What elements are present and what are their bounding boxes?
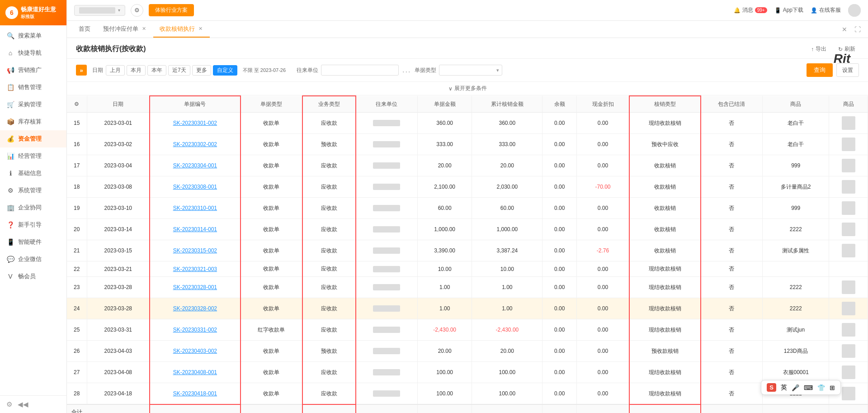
bill-no-link[interactable]: SK-20230328-002: [173, 305, 217, 312]
sidebar-item-business-mgmt[interactable]: 📊 经营管理: [0, 147, 66, 165]
partner-blurred: [373, 120, 400, 126]
footer-biz-type: [302, 404, 355, 413]
app-download-button[interactable]: 📱 App下载: [774, 6, 803, 14]
bill-no-link[interactable]: SK-20230314-001: [173, 226, 217, 233]
bill-no-link[interactable]: SK-20230315-002: [173, 247, 217, 254]
sidebar-item-label: 销售管理: [18, 83, 42, 91]
this-month-btn[interactable]: 本月: [127, 65, 146, 76]
sidebar-item-basic-info[interactable]: ℹ 基础信息: [0, 165, 66, 182]
custom-date-btn[interactable]: 自定义: [213, 65, 237, 76]
tab-collection-close-icon[interactable]: ✕: [198, 25, 203, 32]
tab-close-all-icon[interactable]: ✕: [840, 25, 849, 34]
cell-accum-verify: 1,000.00: [472, 219, 542, 240]
cell-balance: 0.00: [542, 176, 577, 198]
online-service-button[interactable]: 👤 在线客服: [811, 6, 841, 14]
cell-partner: [356, 261, 418, 277]
industry-solution-button[interactable]: 体验行业方案: [149, 4, 194, 16]
sidebar-item-sys-mgmt[interactable]: ⚙ 系统管理: [0, 182, 66, 199]
settings-icon[interactable]: ⚙: [6, 400, 12, 408]
logo-sub: 标推版: [21, 14, 56, 20]
filter-more-dots[interactable]: ...: [402, 66, 411, 74]
sidebar-item-purchase-mgmt[interactable]: 🛒 采购管理: [0, 96, 66, 113]
cell-goods2: [829, 240, 868, 261]
cell-biz-type: 应收款: [302, 113, 355, 134]
sidebar-item-quick-nav[interactable]: ⌂ 快捷导航: [0, 44, 66, 62]
last-7days-btn[interactable]: 近7天: [168, 65, 190, 76]
this-year-btn[interactable]: 本年: [147, 65, 166, 76]
cell-cash-discount: 0.00: [576, 277, 629, 298]
ime-shirt-icon[interactable]: 👕: [817, 384, 825, 391]
bill-no-link[interactable]: SK-20230304-001: [173, 162, 217, 169]
cell-cash-discount: 0.00: [576, 298, 629, 319]
ime-apps-icon[interactable]: ⊞: [830, 384, 835, 391]
sidebar-item-inventory[interactable]: 📦 库存核算: [0, 113, 66, 130]
sidebar: 6 畅康道好生意 标推版 🔍 搜索菜单 ⌂ 快捷导航 📢 营销推广 📋 销售管理…: [0, 0, 67, 413]
sidebar-item-search-menu[interactable]: 🔍 搜索菜单: [0, 27, 66, 44]
cell-bill-type: 收款单: [241, 198, 303, 219]
bill-no-link[interactable]: SK-20230331-002: [173, 327, 217, 333]
workspace-selector[interactable]: ▾: [74, 5, 125, 16]
tab-prepay-close-icon[interactable]: ✕: [141, 25, 147, 32]
cell-seq: 17: [67, 155, 87, 176]
collapse-icon[interactable]: ◀◀: [18, 400, 28, 408]
tab-prepay-bill[interactable]: 预付冲应付单 ✕: [97, 21, 153, 38]
phone-icon: 📱: [774, 7, 781, 14]
footer-bill-type: [241, 404, 303, 413]
footer-bill-no: [150, 404, 240, 413]
tab-collection-verify[interactable]: 收款核销执行 ✕: [153, 21, 210, 38]
cell-bill-type: 收款单: [241, 134, 303, 155]
ime-english-label[interactable]: 英: [781, 384, 787, 392]
bill-no-link[interactable]: SK-20230321-003: [173, 266, 217, 272]
bill-no-link[interactable]: SK-20230308-001: [173, 184, 217, 190]
expand-more-conditions[interactable]: ∨ 展开更多条件: [67, 82, 868, 95]
online-service-label: 在线客服: [819, 6, 841, 14]
bill-no-link[interactable]: SK-20230302-002: [173, 141, 217, 147]
sidebar-item-sales-mgmt[interactable]: 📋 销售管理: [0, 79, 66, 96]
cell-accum-verify: -2,430.00: [472, 319, 542, 341]
user-avatar[interactable]: [848, 4, 861, 17]
ime-keyboard-icon[interactable]: ⌨: [804, 384, 813, 391]
bill-no-link[interactable]: SK-20230418-001: [173, 390, 217, 397]
bill-no-link[interactable]: SK-20230328-001: [173, 284, 217, 290]
more-date-btn[interactable]: 更多: [192, 65, 211, 76]
col-settings-icon[interactable]: ⚙: [67, 96, 87, 113]
sidebar-item-corp-collab[interactable]: 🏢 企业协同: [0, 199, 66, 216]
cell-bill-amount: 20.00: [417, 341, 472, 362]
col-bill-amount: 单据金额: [417, 96, 472, 113]
bill-no-link[interactable]: SK-20230403-002: [173, 348, 217, 354]
tab-home[interactable]: 首页: [72, 21, 97, 38]
sidebar-item-marketing[interactable]: 📢 营销推广: [0, 62, 66, 79]
partner-blurred: [373, 184, 400, 190]
sidebar-item-newbie[interactable]: ❓ 新手引导: [0, 216, 66, 233]
cell-accum-verify: 100.00: [472, 383, 542, 405]
cell-goods2: [829, 198, 868, 219]
cell-goods2: [829, 298, 868, 319]
notifications-button[interactable]: 🔔 消息 99+: [734, 6, 767, 14]
sidebar-item-smart-hw[interactable]: 📱 智能硬件: [0, 233, 66, 251]
cell-include-settled: 否: [701, 261, 763, 277]
export-button[interactable]: ↑ 导出: [807, 43, 830, 55]
query-button[interactable]: 查询: [807, 63, 833, 77]
bill-no-link[interactable]: SK-20230310-001: [173, 205, 217, 211]
gear-button[interactable]: ⚙: [131, 4, 143, 17]
last-month-btn[interactable]: 上月: [106, 65, 125, 76]
footer-verify-type: [629, 404, 701, 413]
sidebar-item-corp-wechat[interactable]: 💬 企业微信: [0, 251, 66, 268]
bill-no-link[interactable]: SK-20230408-001: [173, 369, 217, 375]
cell-bill-type: 收款单: [241, 341, 303, 362]
sidebar-nav: 🔍 搜索菜单 ⌂ 快捷导航 📢 营销推广 📋 销售管理 🛒 采购管理 📦 库存核…: [0, 25, 66, 395]
sidebar-item-member[interactable]: V 畅会员: [0, 268, 66, 285]
col-verify-type: 核销类型: [629, 96, 701, 113]
partner-input[interactable]: [321, 65, 399, 76]
ime-mic-icon[interactable]: 🎤: [792, 384, 799, 391]
bill-no-link[interactable]: SK-20230301-002: [173, 120, 217, 126]
filter-toggle-button[interactable]: »: [76, 65, 87, 76]
sys-icon: ⚙: [6, 187, 14, 194]
tab-expand-icon[interactable]: ⛶: [853, 25, 863, 34]
cell-verify-type: 收款核销: [629, 155, 701, 176]
bill-type-select[interactable]: [439, 65, 502, 76]
cell-biz-type: 应收款: [302, 198, 355, 219]
sidebar-item-capital-mgmt[interactable]: 💰 资金管理: [0, 130, 66, 147]
corp-icon: 🏢: [6, 204, 14, 211]
cell-biz-type: 预收款: [302, 341, 355, 362]
